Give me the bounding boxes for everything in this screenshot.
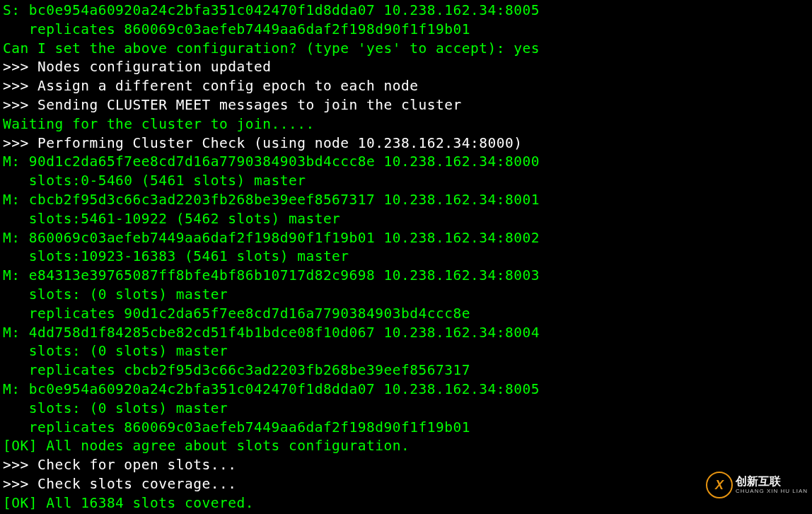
terminal-segment: >>> Check for open slots...: [3, 457, 236, 473]
terminal-line: M: bc0e954a60920a24c2bfa351c042470f1d8dd…: [3, 380, 809, 399]
terminal-segment: M: 4dd758d1f84285cbe82cd51f4b1bdce08f10d…: [3, 325, 540, 341]
terminal-line: M: 860069c03aefeb7449aa6daf2f198d90f1f19…: [3, 229, 809, 248]
terminal-segment: >>> Performing Cluster Check (using node…: [3, 135, 522, 151]
terminal-segment: slots: (0 slots) master: [3, 343, 228, 359]
terminal-segment: M: cbcb2f95d3c66c3ad2203fb268be39eef8567…: [3, 192, 540, 208]
terminal-line: slots: (0 slots) master: [3, 286, 809, 305]
terminal-segment: slots: (0 slots) master: [3, 286, 228, 303]
terminal-segment: S: bc0e954a60920a24c2bfa351c042470f1d8dd…: [3, 2, 540, 18]
terminal-line: M: e84313e39765087ff8bfe4bf86b10717d82c9…: [3, 267, 809, 286]
terminal-segment: M: bc0e954a60920a24c2bfa351c042470f1d8dd…: [3, 381, 540, 397]
terminal-segment: slots:10923-16383 (5461 slots) master: [3, 248, 349, 264]
terminal-line: replicates cbcb2f95d3c66c3ad2203fb268be3…: [3, 361, 809, 380]
terminal-line: >>> Check for open slots...: [3, 456, 809, 475]
terminal-segment: slots: (0 slots) master: [3, 400, 228, 416]
terminal-line: S: bc0e954a60920a24c2bfa351c042470f1d8dd…: [3, 1, 809, 21]
terminal-segment: replicates cbcb2f95d3c66c3ad2203fb268be3…: [3, 362, 470, 378]
terminal-segment: [OK] All nodes agree about slots configu…: [3, 438, 410, 454]
terminal-line: replicates 860069c03aefeb7449aa6daf2f198…: [3, 419, 809, 438]
terminal-segment: replicates 90d1c2da65f7ee8cd7d16a7790384…: [3, 305, 470, 322]
terminal-segment: replicates 860069c03aefeb7449aa6daf2f198…: [3, 21, 470, 37]
terminal-segment: replicates 860069c03aefeb7449aa6daf2f198…: [3, 419, 470, 436]
terminal-segment: M: 860069c03aefeb7449aa6daf2f198d90f1f19…: [3, 230, 540, 246]
terminal-line: slots:10923-16383 (5461 slots) master: [3, 247, 809, 267]
terminal-line: M: 90d1c2da65f7ee8cd7d16a7790384903bd4cc…: [3, 153, 809, 172]
terminal-line: Waiting for the cluster to join.....: [3, 115, 809, 134]
terminal-output: S: bc0e954a60920a24c2bfa351c042470f1d8dd…: [0, 0, 812, 514]
terminal-line: slots: (0 slots) master: [3, 342, 809, 361]
terminal-line: >>> Performing Cluster Check (using node…: [3, 134, 809, 153]
terminal-line: [OK] All nodes agree about slots configu…: [3, 437, 809, 456]
terminal-line: M: cbcb2f95d3c66c3ad2203fb268be39eef8567…: [3, 191, 809, 210]
terminal-segment: Can I set the above configuration? (type…: [3, 40, 540, 57]
terminal-line: >>> Sending CLUSTER MEET messages to joi…: [3, 96, 809, 115]
watermark-icon: X: [706, 472, 733, 498]
terminal-segment: M: e84313e39765087ff8bfe4bf86b10717d82c9…: [3, 267, 540, 284]
terminal-line: slots:5461-10922 (5462 slots) master: [3, 210, 809, 229]
terminal-line: M: 4dd758d1f84285cbe82cd51f4b1bdce08f10d…: [3, 324, 809, 343]
terminal-segment: slots:0-5460 (5461 slots) master: [3, 173, 306, 189]
terminal-line: >>> Nodes configuration updated: [3, 58, 809, 77]
terminal-line: replicates 860069c03aefeb7449aa6daf2f198…: [3, 21, 809, 40]
terminal-line: Can I set the above configuration? (type…: [3, 40, 809, 59]
terminal-line: replicates 90d1c2da65f7ee8cd7d16a7790384…: [3, 305, 809, 324]
terminal-segment: Waiting for the cluster to join.....: [3, 116, 315, 132]
terminal-line: >>> Assign a different config epoch to e…: [3, 77, 809, 96]
terminal-line: slots: (0 slots) master: [3, 399, 809, 419]
terminal-line: [OK] All 16384 slots covered.: [3, 494, 809, 513]
terminal-segment: [OK] All 16384 slots covered.: [3, 495, 254, 511]
watermark-logo: X 创新互联 CHUANG XIN HU LIAN: [706, 472, 808, 498]
watermark-main-text: 创新互联: [736, 476, 808, 487]
terminal-segment: >>> Assign a different config epoch to e…: [3, 78, 419, 94]
terminal-segment: slots:5461-10922 (5462 slots) master: [3, 211, 340, 227]
terminal-line: slots:0-5460 (5461 slots) master: [3, 172, 809, 191]
terminal-line: >>> Check slots coverage...: [3, 475, 809, 494]
terminal-segment: >>> Check slots coverage...: [3, 476, 236, 492]
watermark-sub-text: CHUANG XIN HU LIAN: [736, 489, 808, 494]
terminal-segment: M: 90d1c2da65f7ee8cd7d16a7790384903bd4cc…: [3, 153, 540, 170]
terminal-segment: >>> Nodes configuration updated: [3, 59, 271, 75]
terminal-segment: >>> Sending CLUSTER MEET messages to joi…: [3, 97, 462, 113]
